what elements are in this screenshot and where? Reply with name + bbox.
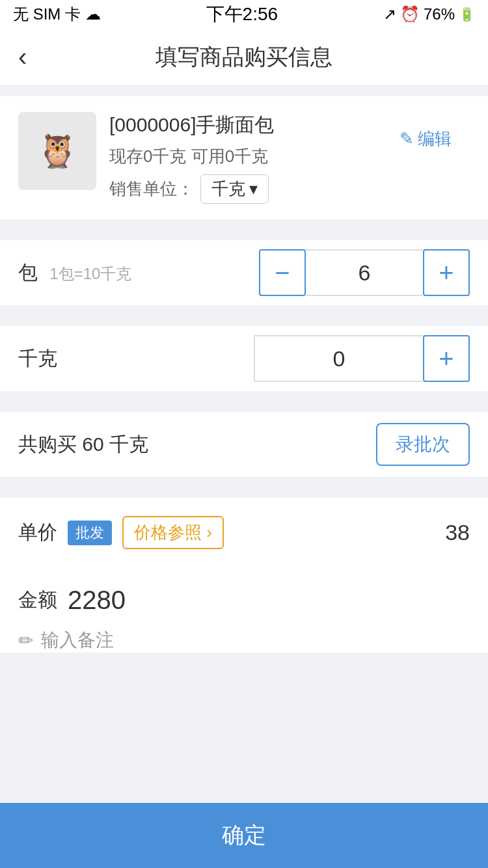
price-row: 单价 批发 价格参照 › 38 <box>18 516 470 549</box>
kg-row: 千克 + <box>0 326 488 391</box>
location-icon: ↗ <box>383 5 396 23</box>
bao-number-control: − + <box>259 249 470 296</box>
bao-minus-button[interactable]: − <box>259 249 306 296</box>
price-value: 38 <box>445 520 470 545</box>
unit-selector[interactable]: 千克 ▾ <box>200 174 269 204</box>
record-batch-button[interactable]: 录批次 <box>376 423 470 466</box>
note-placeholder: 输入备注 <box>41 628 114 653</box>
amount-value: 2280 <box>68 586 126 615</box>
divider-1 <box>0 219 488 230</box>
status-bar-right: ↗ ⏰ 76% 🔋 <box>383 5 475 23</box>
price-reference-button[interactable]: 价格参照 › <box>122 516 224 549</box>
kg-number-control: + <box>254 335 470 382</box>
product-thumb-icon: 🦉 <box>37 132 77 170</box>
dropdown-icon: ▾ <box>249 179 258 199</box>
kg-plus-button[interactable]: + <box>423 335 470 382</box>
divider-3 <box>0 391 488 401</box>
divider-4 <box>0 477 488 487</box>
price-label: 单价 <box>18 519 57 546</box>
back-button[interactable]: ‹ <box>18 42 27 72</box>
bao-label: 包 1包=10千克 <box>18 260 259 286</box>
product-card: 🦉 [0000006]手撕面包 现存0千克 可用0千克 销售单位： 千克 ▾ ✎… <box>0 96 488 219</box>
product-info: [0000006]手撕面包 现存0千克 可用0千克 销售单位： 千克 ▾ ✎ 编… <box>109 112 470 204</box>
price-type-tag: 批发 <box>68 521 112 545</box>
summary-section: 共购买 60 千克 录批次 <box>0 412 488 477</box>
bao-row: 包 1包=10千克 − + <box>0 240 488 305</box>
edit-button[interactable]: ✎ 编辑 <box>400 128 452 150</box>
status-bar-time: 下午2:56 <box>206 2 278 27</box>
unit-label: 销售单位： <box>109 178 194 200</box>
price-section: 单价 批发 价格参照 › 38 <box>0 498 488 567</box>
note-row[interactable]: ✏ 输入备注 <box>18 628 470 653</box>
bao-section: 包 1包=10千克 − + <box>0 240 488 305</box>
kg-label: 千克 <box>18 346 254 372</box>
kg-input[interactable] <box>254 335 423 382</box>
kg-section: 千克 + <box>0 326 488 391</box>
bao-input[interactable] <box>306 249 423 296</box>
bao-sublabel: 1包=10千克 <box>49 265 131 282</box>
confirm-button[interactable]: 确定 <box>0 803 488 868</box>
bao-plus-button[interactable]: + <box>423 249 470 296</box>
page-title: 填写商品购买信息 <box>156 42 332 72</box>
amount-section: 金额 2280 ✏ 输入备注 <box>0 567 488 653</box>
note-icon: ✏ <box>18 630 33 651</box>
alarm-icon: ⏰ <box>400 5 420 23</box>
product-unit-row: 销售单位： 千克 ▾ <box>109 174 470 204</box>
battery-level: 76% <box>424 5 455 23</box>
summary-text: 共购买 60 千克 <box>18 431 148 458</box>
product-thumbnail: 🦉 <box>18 112 96 190</box>
divider-2 <box>0 305 488 316</box>
amount-row: 金额 2280 <box>18 586 470 615</box>
nav-bar: ‹ 填写商品购买信息 <box>0 29 488 86</box>
battery-icon: 🔋 <box>459 7 475 22</box>
edit-icon: ✎ <box>400 129 414 149</box>
sim-status: 无 SIM 卡 ☁ <box>13 4 101 25</box>
amount-label: 金额 <box>18 587 57 614</box>
status-bar-left: 无 SIM 卡 ☁ <box>13 4 101 25</box>
status-bar: 无 SIM 卡 ☁ 下午2:56 ↗ ⏰ 76% 🔋 <box>0 0 488 29</box>
